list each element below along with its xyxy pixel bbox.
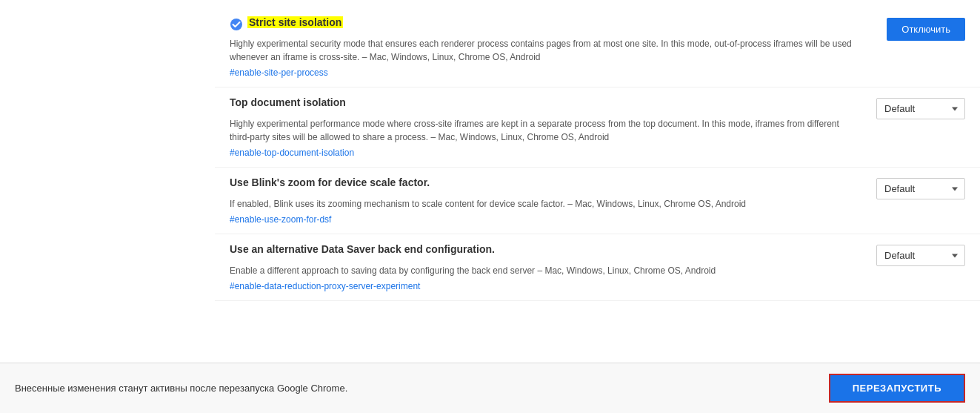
footer-message: Внесенные изменения станут активны после… (15, 383, 347, 394)
flag-link-top-document-isolation[interactable]: #enable-top-document-isolation (230, 148, 354, 158)
flag-control-data-saver-config: DefaultEnabledDisabled (876, 243, 965, 266)
select-top-document-isolation[interactable]: DefaultEnabledDisabled (876, 98, 965, 119)
flag-title-data-saver-config: Use an alternative Data Saver back end c… (230, 243, 495, 255)
flag-description-blink-zoom: If enabled, Blink uses its zooming mecha… (230, 197, 861, 211)
flag-description-data-saver-config: Enable a different approach to saving da… (230, 264, 861, 277)
svg-point-0 (230, 19, 242, 30)
check-icon (230, 18, 243, 31)
select-wrapper-top-document-isolation: DefaultEnabledDisabled (876, 98, 965, 119)
flag-link-data-saver-config[interactable]: #enable-data-reduction-proxy-server-expe… (230, 281, 420, 291)
flag-item-blink-zoom: Use Blink's zoom for device scale factor… (215, 168, 980, 234)
disable-button-strict-site-isolation[interactable]: Отключить (887, 18, 965, 41)
flag-link-blink-zoom[interactable]: #enable-use-zoom-for-dsf (230, 214, 331, 225)
flag-info-blink-zoom: Use Blink's zoom for device scale factor… (230, 176, 876, 225)
flag-item-top-document-isolation: Top document isolationHighly experimenta… (215, 87, 980, 168)
flag-title-strict-site-isolation: Strict site isolation (247, 16, 343, 28)
restart-button[interactable]: ПЕРЕЗАПУСТИТЬ (829, 374, 965, 403)
flag-description-top-document-isolation: Highly experimental performance mode whe… (230, 117, 861, 144)
flag-title-wrapper-blink-zoom: Use Blink's zoom for device scale factor… (230, 176, 861, 193)
flag-title-wrapper-top-document-isolation: Top document isolation (230, 96, 861, 113)
flags-list: Strict site isolationHighly experimental… (0, 0, 980, 363)
select-wrapper-data-saver-config: DefaultEnabledDisabled (876, 245, 965, 266)
flag-title-wrapper-strict-site-isolation: Strict site isolation (230, 16, 872, 33)
flag-link-strict-site-isolation[interactable]: #enable-site-per-process (230, 67, 328, 78)
flag-title-blink-zoom: Use Blink's zoom for device scale factor… (230, 176, 430, 188)
flag-control-top-document-isolation: DefaultEnabledDisabled (876, 96, 965, 119)
flag-item-strict-site-isolation: Strict site isolationHighly experimental… (215, 7, 980, 87)
flag-item-data-saver-config: Use an alternative Data Saver back end c… (215, 234, 980, 301)
flag-title-top-document-isolation: Top document isolation (230, 96, 346, 108)
flag-control-blink-zoom: DefaultEnabledDisabled (876, 176, 965, 199)
content-area: Strict site isolationHighly experimental… (0, 7, 980, 301)
flag-info-top-document-isolation: Top document isolationHighly experimenta… (230, 96, 876, 158)
select-data-saver-config[interactable]: DefaultEnabledDisabled (876, 245, 965, 266)
flag-description-strict-site-isolation: Highly experimental security mode that e… (230, 37, 872, 64)
select-wrapper-blink-zoom: DefaultEnabledDisabled (876, 178, 965, 199)
flag-info-strict-site-isolation: Strict site isolationHighly experimental… (230, 16, 887, 78)
select-blink-zoom[interactable]: DefaultEnabledDisabled (876, 178, 965, 199)
flag-title-wrapper-data-saver-config: Use an alternative Data Saver back end c… (230, 243, 861, 260)
flag-info-data-saver-config: Use an alternative Data Saver back end c… (230, 243, 876, 291)
footer-bar: Внесенные изменения станут активны после… (0, 363, 980, 413)
flag-control-strict-site-isolation: Отключить (887, 16, 965, 41)
